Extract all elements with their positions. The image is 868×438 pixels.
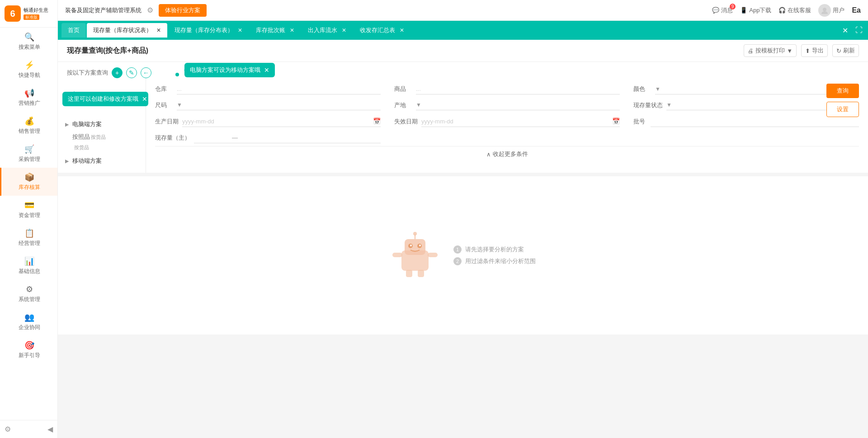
color-label: 颜色 (633, 85, 651, 93)
tab-close-icon[interactable]: ✕ (290, 27, 294, 33)
sidebar-item-sales[interactable]: 💰 销售管理 (0, 112, 57, 140)
sidebar-item-nav[interactable]: ⚡ 快捷导航 (0, 56, 57, 84)
sidebar-item-management[interactable]: 📋 经营管理 (0, 224, 57, 252)
calendar-icon[interactable]: 📅 (373, 118, 381, 125)
nav-icon: ⚡ (24, 60, 34, 70)
size-field: 尺码 ▼ (155, 100, 381, 110)
system-icon: ⚙ (26, 284, 33, 294)
tab-home[interactable]: 首页 (61, 23, 86, 38)
filter-row2: 尺码 ▼ 产地 ▼ 现存量状态 (155, 100, 859, 110)
stock-qty-min[interactable] (194, 134, 230, 141)
sidebar-item-marketing[interactable]: 📢 营销推广 (0, 84, 57, 112)
scheme-pc-sub[interactable]: 按照品 按货品 (63, 131, 140, 143)
header-left: 装备及固定资产辅助管理系统 ⚙ 体验行业方案 (65, 4, 207, 17)
app-download-item[interactable]: 📱 App下载 (740, 6, 771, 14)
sidebar-item-search[interactable]: 🔍 搜索菜单 (0, 28, 57, 56)
scheme-mobile[interactable]: ▶ 移动端方案 (63, 155, 140, 167)
warehouse-field: 仓库 ... (155, 84, 381, 94)
sys-name: 装备及固定资产辅助管理系统 (65, 6, 142, 14)
tooltip-create-scheme: 这里可以创建和修改方案哦 ✕ (62, 92, 148, 106)
reset-button[interactable]: 设置 (826, 102, 859, 117)
tab-inout-flow[interactable]: 出入库流水 ✕ (302, 23, 353, 38)
tab-close-icon[interactable]: ✕ (238, 27, 242, 33)
stock-qty-range: — (194, 132, 381, 143)
user-item[interactable]: 用户 (818, 4, 844, 17)
svg-rect-2 (405, 239, 425, 255)
sidebar-item-system[interactable]: ⚙ 系统管理 (0, 280, 57, 308)
sidebar-item-purchase[interactable]: 🛒 采购管理 (0, 140, 57, 168)
tab-summary[interactable]: 收发存汇总表 ✕ (354, 23, 410, 38)
logo-icon: 6 (5, 5, 21, 22)
color-field: 颜色 ▼ (633, 84, 859, 94)
produce-date-input[interactable]: yyyy-mm-dd 📅 (182, 116, 381, 127)
tab-close-all-icon[interactable]: ✕ (840, 24, 850, 37)
support-item[interactable]: 🎧 在线客服 (778, 6, 811, 14)
sidebar-item-inventory[interactable]: 📦 库存核算 (0, 168, 57, 196)
gear-icon[interactable]: ⚙ (147, 6, 153, 14)
settings-bottom-icon[interactable]: ⚙ (5, 425, 11, 433)
avatar (818, 4, 831, 17)
tooltip2-close[interactable]: ✕ (142, 95, 147, 103)
origin-select[interactable]: ▼ (416, 100, 620, 110)
collapse-button[interactable]: ∧ 收起更多条件 (155, 146, 859, 160)
industry-solution-button[interactable]: 体验行业方案 (159, 4, 207, 17)
empty-svg (390, 230, 440, 280)
tab-bar: 首页 现存量（库存状况表） ✕ 现存量（库存分布表） ✕ 库存批次账 ✕ 出入库… (58, 21, 868, 40)
sidebar-item-collab[interactable]: 👥 企业协同 (0, 308, 57, 336)
refresh-button[interactable]: ↻ 刷新 (832, 44, 859, 57)
message-icon-item[interactable]: 💬 消息 9 (712, 6, 733, 14)
stock-qty-max[interactable] (240, 134, 276, 141)
stock-qty-label: 现存量（主） (155, 134, 190, 142)
empty-tip1: 1 请先选择要分析的方案 (453, 245, 536, 254)
warehouse-select[interactable]: ... (177, 84, 381, 94)
edit-scheme-button[interactable]: ✎ (126, 67, 137, 78)
add-scheme-button[interactable]: + (112, 67, 123, 78)
size-select[interactable]: ▼ (177, 100, 381, 110)
tab-inventory-dist[interactable]: 现存量（库存分布表） ✕ (168, 23, 249, 38)
expire-date-input[interactable]: yyyy-mm-dd 📅 (421, 116, 620, 127)
tab-batch-account[interactable]: 库存批次账 ✕ (250, 23, 301, 38)
tab-expand-icon[interactable]: ⛶ (854, 24, 864, 36)
tab-close-icon[interactable]: ✕ (400, 27, 404, 33)
query-button[interactable]: 查询 (826, 84, 859, 98)
sidebar-item-guide[interactable]: 🎯 新手引导 (0, 336, 57, 364)
goods-select[interactable]: ... (416, 84, 620, 94)
stock-qty-field: 现存量（主） — (155, 132, 381, 143)
svg-rect-7 (392, 253, 402, 257)
scheme-panel: 这里可以创建和修改方案哦 ✕ ▶ 电脑端方案 按照品 按货品 按货品 (58, 78, 146, 173)
tooltip-arrow (181, 67, 187, 73)
finance-icon: 💳 (24, 200, 34, 210)
sidebar-item-finance[interactable]: 💳 资金管理 (0, 196, 57, 224)
management-icon: 📋 (24, 228, 34, 238)
batch-input[interactable] (651, 116, 859, 127)
tip-num-2: 2 (453, 257, 462, 265)
sidebar-item-basic-info[interactable]: 📊 基础信息 (0, 252, 57, 280)
ea-text: Ea (852, 6, 861, 14)
empty-tips: 1 请先选择要分析的方案 2 用过滤条件来缩小分析范围 (453, 245, 536, 265)
logo-text: 畅通好生意 标准版 (24, 7, 48, 21)
export-button[interactable]: ⬆ 导出 (801, 44, 828, 57)
tooltip1-close[interactable]: ✕ (264, 66, 269, 74)
collapse-sidebar-icon[interactable]: ◀ (47, 425, 53, 433)
svg-point-0 (823, 8, 826, 11)
empty-tip2: 2 用过滤条件来缩小分析范围 (453, 257, 536, 265)
produce-placeholder: yyyy-mm-dd (182, 118, 214, 125)
batch-label: 批号 (633, 118, 647, 126)
chevron-down-icon: ▼ (787, 47, 793, 54)
range-dash: — (232, 134, 238, 141)
calendar-icon2[interactable]: 📅 (612, 118, 620, 125)
basicinfo-icon: 📊 (24, 256, 34, 266)
search-btn-group: 查询 设置 (826, 84, 859, 117)
filter-header: 按以下方案查询 + ✎ ← 电脑方案可设为移动方案哦 ✕ (58, 62, 868, 78)
scheme-pc[interactable]: ▶ 电脑端方案 (63, 118, 140, 131)
print-button[interactable]: 🖨 按模板打印 ▼ (744, 44, 797, 57)
size-label: 尺码 (155, 101, 173, 109)
back-button[interactable]: ← (141, 67, 151, 78)
guide-icon: 🎯 (24, 340, 34, 350)
tab-close-icon[interactable]: ✕ (156, 27, 161, 33)
tab-close-icon[interactable]: ✕ (342, 27, 346, 33)
tab-inventory-status[interactable]: 现存量（库存状况表） ✕ (87, 23, 167, 38)
sub-more: 按货品 (91, 134, 106, 141)
svg-point-6 (419, 245, 421, 246)
filter-label: 按以下方案查询 (67, 69, 108, 77)
